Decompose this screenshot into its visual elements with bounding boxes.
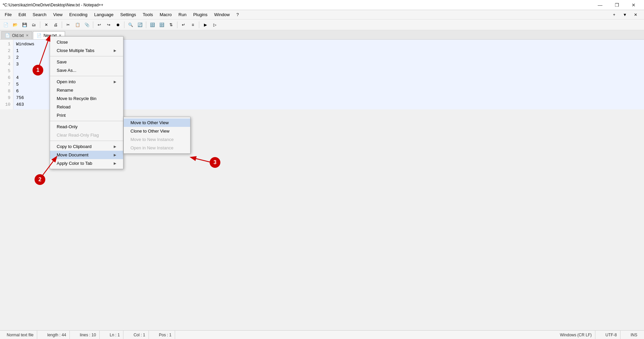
cut-btn[interactable]: ✂ [64,20,72,29]
zoom-in-btn[interactable]: 🔠 [148,20,157,29]
macro-play-btn[interactable]: ▶ [201,20,210,29]
menu-file[interactable]: File [1,10,15,19]
ctx-open-into[interactable]: Open into ▶ [50,78,123,86]
ctx-copy[interactable]: Copy to Clipboard ▶ [50,142,123,151]
status-length: length : 44 [44,331,70,339]
ctx-open-into-arrow: ▶ [114,80,116,84]
macro-record-btn[interactable]: ⏺ [114,20,122,29]
line-num-8: 8 [3,88,10,95]
menu-right-icons: + ▼ ✕ [607,10,643,19]
ctx-sep-2 [50,76,123,76]
close-button[interactable]: ✕ [626,0,641,10]
menu-edit[interactable]: Edit [15,10,29,19]
annotation-3: 3 [210,157,220,168]
status-file-type: Normal text file [3,331,37,339]
ctx-readonly[interactable]: Read-Only [50,123,123,131]
line-num-10: 10 [3,101,10,108]
tab-new-icon: 📄 [37,33,42,38]
annotation-2: 2 [35,174,45,185]
status-bar: Normal text file length : 44 lines : 10 … [0,330,644,339]
ctx-rename[interactable]: Rename [50,86,123,94]
ctx-save-as[interactable]: Save As... [50,66,123,75]
ctx-reload-label: Reload [57,104,70,109]
status-ln: Ln : 1 [106,331,123,339]
open-file-btn[interactable]: 📂 [11,20,19,29]
ctx-reload[interactable]: Reload [50,103,123,111]
ctx-close-label: Close [57,40,68,45]
tab-old-label: Old.txt [12,33,24,38]
menu-bar: File Edit Search View Encoding Language … [0,10,644,19]
print-btn[interactable]: 🖨 [51,20,60,29]
ctx-open-into-label: Open into [57,79,75,84]
annotation-1: 1 [33,65,43,76]
ctx-save-label: Save [57,59,67,64]
ctx-move-doc[interactable]: Move Document ▶ [50,151,123,159]
dropdown-icon[interactable]: ▼ [621,10,629,19]
status-encoding: UTF-8 [602,331,621,339]
close-right-icon[interactable]: ✕ [631,10,640,19]
menu-run[interactable]: Run [175,10,190,19]
ctx-recycle-label: Move to Recycle Bin [57,96,97,101]
line-num-2: 2 [3,48,10,54]
indent-btn[interactable]: ≡ [189,20,197,29]
save-btn[interactable]: 💾 [20,20,29,29]
ctx-sep-1 [50,56,123,56]
redo-btn[interactable]: ↪ [104,20,113,29]
minimize-button[interactable]: — [592,0,608,10]
sub-open-new-instance-label: Open in New Instance [130,145,173,150]
ctx-copy-arrow: ▶ [114,145,116,148]
menu-help[interactable]: ? [233,10,242,19]
sub-clone-other-view[interactable]: Clone to Other View [124,127,190,135]
add-tab-icon[interactable]: + [610,10,619,19]
save-all-btn[interactable]: 🗂 [30,20,38,29]
ctx-save[interactable]: Save [50,58,123,66]
title-controls: — ❐ ✕ [592,0,641,10]
menu-macro[interactable]: Macro [156,10,175,19]
toolbar-sep-4 [124,21,124,28]
tab-old-txt[interactable]: 📄 Old.txt ✕ [1,31,32,39]
search-btn[interactable]: 🔍 [126,20,135,29]
run-btn[interactable]: ▷ [210,20,219,29]
sub-move-new-instance-label: Move to New Instance [130,137,174,142]
ctx-close-multiple[interactable]: Close Multiple Tabs ▶ [50,46,123,55]
undo-btn[interactable]: ↩ [95,20,104,29]
menu-plugins[interactable]: Plugins [190,10,211,19]
menu-search[interactable]: Search [29,10,50,19]
sub-clone-other-view-label: Clone to Other View [130,129,169,134]
status-line-ending: Windows (CR LF) [556,331,595,339]
menu-encoding[interactable]: Encoding [66,10,91,19]
ctx-color[interactable]: Apply Color to Tab ▶ [50,159,123,167]
menu-tools[interactable]: Tools [140,10,156,19]
line-numbers: 1 2 3 4 5 6 7 8 9 10 [0,40,13,109]
menu-view[interactable]: View [50,10,66,19]
ctx-move-doc-label: Move Document [57,152,89,157]
paste-btn[interactable]: 📎 [83,20,91,29]
status-lines: lines : 10 [76,331,100,339]
ctx-recycle[interactable]: Move to Recycle Bin [50,94,123,103]
copy-btn[interactable]: 📋 [73,20,82,29]
line-num-9: 9 [3,95,10,101]
ctx-print[interactable]: Print [50,111,123,119]
line-num-5: 5 [3,68,10,75]
menu-language[interactable]: Language [91,10,117,19]
toolbar-sep-7 [199,21,199,28]
tab-old-close[interactable]: ✕ [26,34,29,37]
sub-move-other-view[interactable]: Move to Other View [124,118,190,127]
ctx-save-as-label: Save As... [57,68,76,73]
maximize-button[interactable]: ❐ [609,0,625,10]
close-btn[interactable]: ✕ [42,20,51,29]
toolbar: 📄 📂 💾 🗂 ✕ 🖨 ✂ 📋 📎 ↩ ↪ ⏺ 🔍 🔄 🔠 🔡 ⇅ ↵ ≡ ▶ … [0,19,644,30]
zoom-out-btn[interactable]: 🔡 [157,20,166,29]
status-col: Col : 1 [130,331,149,339]
new-file-btn[interactable]: 📄 [1,20,10,29]
replace-btn[interactable]: 🔄 [136,20,144,29]
context-menu: Close Close Multiple Tabs ▶ Save Save As… [50,36,123,169]
wrap-btn[interactable]: ↵ [179,20,188,29]
menu-window[interactable]: Window [211,10,233,19]
ctx-readonly-label: Read-Only [57,124,77,129]
menu-settings[interactable]: Settings [117,10,140,19]
svg-line-3 [191,157,212,162]
ctx-close[interactable]: Close [50,38,123,46]
ctx-clear-readonly: Clear Read-Only Flag [50,131,123,139]
sync-scroll-btn[interactable]: ⇅ [167,20,175,29]
